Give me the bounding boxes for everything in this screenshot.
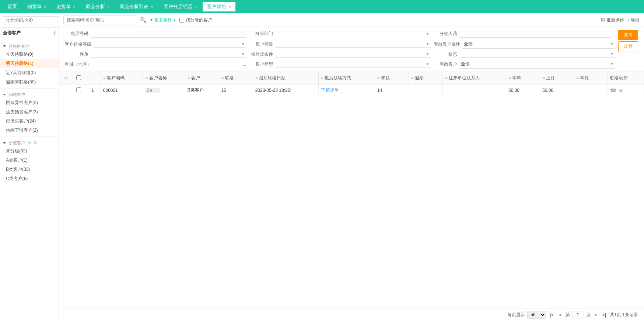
value-group-edit-icon[interactable]: ✎ [34,141,37,145]
page-size-select[interactable]: 50 100 200 [527,311,546,319]
sidebar-item-class-a[interactable]: A类客户(1) [0,156,59,165]
nature-caret-icon: ▼ [241,52,245,56]
row-unit-contact-cell [442,84,506,96]
row-action-cell: ☎ ⊞ [608,84,644,96]
customer-level-select[interactable]: ▼ [275,41,431,48]
my-customers-checkbox-label[interactable]: 我分管的客户 [179,17,212,23]
query-button[interactable]: 查询 [618,30,638,40]
page-number-input[interactable] [572,311,584,318]
sidebar-item-week[interactable]: 近7天待联络(0) [0,68,59,77]
sidebar-item-class-c[interactable]: C类客户(6) [0,174,59,183]
price-level-select[interactable]: ▼ [94,41,246,48]
phone-input[interactable] [91,30,246,38]
sidebar-divider-3 [0,137,59,137]
nav-product-analysis-close[interactable]: × [107,4,109,9]
total-records-text: 共1页 1条记录 [610,312,638,318]
nav-customer-tier[interactable]: 客户分层经营 × [159,2,201,11]
main-search-input[interactable] [63,15,137,24]
row-name-cell: Ea [143,84,185,96]
pagination-bar: 每页显示 50 100 200 |< < 第 页 > >| 共1页 1条记录 [59,308,644,321]
row-type-cell: B类客户 [185,84,219,96]
col-settings[interactable]: ⚙ [59,72,74,84]
sidebar-divider-1 [0,40,59,40]
customer-type-caret-icon: ▼ [426,62,429,66]
nav-purchase-close[interactable]: × [73,4,75,9]
advanced-filter-panel: 电话号码 分管部门 ▼ 分管人员 [59,27,644,72]
row-contact-cell: 15 [219,84,253,96]
payment-caret-icon: ▼ [426,52,429,56]
customer-type-select[interactable]: ▼ [275,61,431,68]
nav-product-analysis[interactable]: 商品分析 × [81,2,114,11]
page-prev-button[interactable]: < [557,311,563,318]
adv-filter-actions: 查询 设置 [618,30,638,52]
batch-operation-button[interactable]: ☑ 批量操作 [601,17,624,23]
nav-customer-contact[interactable]: 客户联络 × [203,2,235,11]
main-layout: 🔍 全部客户 《 待联络客户 今天待联络(0) 明天待联络(1) 近7天待联络(… [0,13,644,321]
col-this-month-header: ≡ 本月... [574,72,608,84]
nature-select[interactable]: ▼ [91,51,246,58]
value-group-refresh-icon[interactable]: ↻ [28,141,31,145]
sidebar-group-value: 价值客户 ↻ ✎ [0,138,59,146]
sidebar-item-tomorrow[interactable]: 明天待联络(1) [0,59,59,68]
customer-level-caret-icon: ▼ [426,42,429,46]
nav-customer-contact-close[interactable]: × [228,4,231,9]
sidebar-all-customers[interactable]: 全部客户 《 [0,28,59,38]
select-all-checkbox[interactable] [76,75,81,80]
sidebar-item-abnormal[interactable]: 回购异常客户(2) [0,98,59,107]
nav-product-analysis-list[interactable]: 商品分析列表 × [115,2,157,11]
retail-customer-select[interactable]: 全部 ▼ [459,60,615,69]
last-method-link[interactable]: 下销货单 [321,87,339,93]
value-group-arrow [3,142,6,144]
table-row: 1 000021 Ea B类客户 15 2023-05-23 18:25: 下销… [59,84,644,96]
my-customers-checkbox[interactable] [179,18,184,23]
payment-select[interactable]: ▼ [275,51,431,58]
nav-sales-close[interactable]: × [44,4,46,9]
row-checkbox[interactable] [76,87,81,92]
table-header-row: ⚙ ≡ 客户编码 ≡ 客户名称 ≡ 客户... ≡ 联 [59,72,644,84]
export-button[interactable]: ↑ 导出 [627,17,640,23]
sidebar-item-lost[interactable]: 流失预警客户(3) [0,107,59,117]
nav-sales[interactable]: 销货单 × [23,2,50,11]
col-type-header: ≡ 客户... [185,72,219,84]
retail-attr-select[interactable]: 全部 ▼ [462,40,615,49]
sidebar-item-overdue[interactable]: 逾期未联络(30) [0,77,59,87]
customer-table-container: ⚙ ≡ 客户编码 ≡ 客户名称 ≡ 客户... ≡ 联 [59,72,644,308]
page-last-button[interactable]: >| [601,311,608,318]
row-this-month-cell [574,84,608,96]
action-grid-icon[interactable]: ⊞ [619,87,623,93]
page-next-button[interactable]: > [593,311,599,318]
sidebar-search-input[interactable] [3,16,59,24]
nav-product-analysis-list-close[interactable]: × [151,4,153,9]
sidebar-item-ungrouped[interactable]: 未分组(32) [0,146,59,156]
col-last-date-header: ≡ 最后联络日期 [253,72,318,84]
sidebar-item-declining[interactable]: 持续下滑客户(2) [0,126,59,135]
status-select[interactable]: ▼ [459,51,615,58]
dept-select[interactable]: ▼ [275,31,431,37]
page-first-button[interactable]: |< [548,311,555,318]
filter-field-phone: 电话号码 [65,30,246,38]
sidebar-group-problem: 问题客户 [0,90,59,98]
reset-button[interactable]: 设置 [618,41,638,52]
filter-field-payment: 收付款条件 ▼ [249,51,431,58]
region-more-icon[interactable]: ... [243,62,246,67]
dept-caret-icon: ▼ [426,32,429,36]
nav-home[interactable]: 首页 [3,2,21,11]
manager-input[interactable] [459,30,611,38]
region-input[interactable] [94,61,242,68]
filter-field-nature: 性质 ▼ [65,51,246,58]
row-overdue-cell [409,84,442,96]
nav-purchase[interactable]: 进货单 × [52,2,80,11]
retail-customer-caret-icon: ▼ [610,62,614,66]
more-conditions-button[interactable]: ▼ 更多条件 ▲ [149,17,176,23]
sidebar-item-churn[interactable]: 已流失客户(24) [0,117,59,126]
main-search-button[interactable]: 🔍 [140,17,146,23]
manager-more-icon[interactable]: ... [612,31,615,37]
row-settings-cell [59,84,74,96]
sidebar: 🔍 全部客户 《 待联络客户 今天待联络(0) 明天待联络(1) 近7天待联络(… [0,13,59,321]
sidebar-item-class-b[interactable]: B类客户(33) [0,165,59,174]
nav-customer-tier-close[interactable]: × [195,4,197,9]
filter-field-region: 区域（地区） ... [65,61,246,68]
action-phone-icon[interactable]: ☎ [610,87,616,93]
sidebar-item-today[interactable]: 今天待联络(0) [0,50,59,59]
row-this-year-cell: 50.00 [506,84,540,96]
